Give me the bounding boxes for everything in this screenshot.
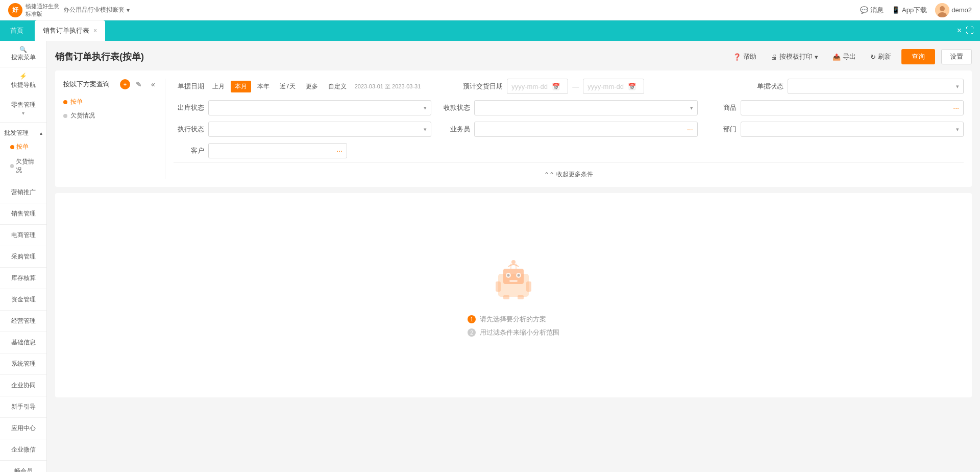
tab-close-window-btn[interactable]: × (957, 26, 962, 35)
tab-bar: 首页 销售订单执行表 × × ⛶ (0, 20, 980, 41)
print-icon: 🖨 (771, 53, 777, 61)
logo-icon: 好 (8, 3, 22, 17)
collapse-scheme-btn[interactable]: « (148, 79, 159, 90)
filter-group-date: 单据日期 上月 本月 本年 近7天 更多 自定义 2023-03-01 至 20… (174, 81, 455, 92)
filter-scheme-order[interactable]: 按单 (63, 95, 159, 109)
date-range-sep: — (572, 83, 579, 90)
svg-rect-11 (526, 281, 531, 292)
refresh-btn[interactable]: ↻ 刷新 (866, 50, 895, 63)
template-print-btn[interactable]: 🖨 按模板打印 ▾ (767, 50, 822, 63)
filter-group-customer: 客户 ··· (174, 143, 347, 158)
sidebar-sub-item-order[interactable]: 按单 (4, 139, 42, 154)
query-btn[interactable]: 查询 (901, 49, 935, 64)
filter-row-1: 单据日期 上月 本月 本年 近7天 更多 自定义 2023-03-01 至 20… (174, 79, 964, 94)
product-select[interactable]: ··· (741, 100, 964, 115)
sidebar-section-wholesale: 批发管理 ▴ 按单 欠货情况 (0, 123, 46, 182)
sidebar-item-wholesale[interactable]: 批发管理 ▴ (4, 127, 42, 139)
filter-scheme-overdue[interactable]: 欠货情况 (63, 109, 159, 123)
tab-active[interactable]: 销售订单执行表 × (35, 20, 105, 41)
sidebar-item-enterprise-wechat[interactable]: 企业微信 (0, 439, 46, 461)
breadcrumb-arrow-icon: ▾ (127, 7, 130, 14)
expected-date-start-input[interactable]: yyyy-mm-dd 📅 (507, 79, 568, 94)
date-tabs: 上月 本月 本年 近7天 更多 自定义 (208, 81, 351, 92)
sidebar-item-finance[interactable]: 资金管理 (0, 289, 46, 311)
wholesale-arrow-icon: ▴ (40, 130, 42, 136)
sidebar-item-marketing[interactable]: 营销推广 (0, 182, 46, 203)
date-tab-more[interactable]: 更多 (302, 81, 322, 92)
content-area: 销售订单执行表(按单) ❓ 帮助 🖨 按模板打印 ▾ 📤 导出 ↻ 刷新 (47, 41, 980, 472)
help-btn[interactable]: ❓ 帮助 (729, 50, 761, 63)
sidebar-item-basic-info[interactable]: 基础信息 (0, 332, 46, 353)
sidebar-item-system[interactable]: 系统管理 (0, 353, 46, 375)
sidebar-item-member[interactable]: 畅会员 (0, 461, 46, 472)
sidebar-item-search[interactable]: 🔍 搜索菜单 (0, 41, 46, 67)
sidebar-item-quick-nav[interactable]: ⚡ 快捷导航 (0, 67, 46, 95)
date-range-hint: 2023-03-01 至 2023-03-31 (355, 83, 421, 90)
export-btn[interactable]: 📤 导出 (828, 50, 860, 63)
user-name: demo2 (951, 6, 972, 14)
filter-panel-content: 按以下方案查询 + ✎ « 按单 欠货情况 (63, 79, 964, 179)
date-tab-last-month[interactable]: 上月 (208, 81, 229, 92)
tab-close-icon[interactable]: × (93, 27, 97, 34)
sidebar-item-enterprise-collab[interactable]: 企业协同 (0, 375, 46, 396)
doc-status-label: 单据状态 (753, 82, 783, 91)
salesperson-select[interactable]: ··· (474, 122, 697, 137)
sidebar-item-app-center[interactable]: 应用中心 (0, 418, 46, 439)
page-header: 销售订单执行表(按单) ❓ 帮助 🖨 按模板打印 ▾ 📤 导出 ↻ 刷新 (55, 49, 972, 64)
doc-status-select[interactable]: ▾ (788, 79, 964, 94)
date-tab-this-year[interactable]: 本年 (253, 81, 274, 92)
filter-group-salesperson: 业务员 ··· (439, 122, 697, 137)
settings-btn[interactable]: 设置 (941, 49, 972, 64)
edit-scheme-btn[interactable]: ✎ (133, 79, 144, 90)
doc-status-arrow-icon: ▾ (956, 83, 959, 90)
date-tab-last7[interactable]: 近7天 (276, 81, 300, 92)
filter-divider (174, 162, 964, 163)
department-arrow-icon: ▾ (956, 126, 959, 133)
svg-point-14 (511, 260, 516, 264)
sidebar-item-retail[interactable]: 零售管理 ▾ (0, 95, 46, 123)
collapse-btn[interactable]: ⌃⌃ 收起更多条件 (174, 167, 964, 179)
sidebar-item-operations[interactable]: 经营管理 (0, 311, 46, 332)
help-icon: ❓ (733, 53, 741, 61)
sidebar-item-purchase[interactable]: 采购管理 (0, 246, 46, 268)
app-download-btn[interactable]: 📱 App下载 (892, 6, 927, 15)
sidebar-item-inventory[interactable]: 库存核算 (0, 268, 46, 289)
filter-group-product: 商品 ··· (706, 100, 964, 115)
tip-num-2: 2 (468, 328, 476, 337)
delivery-status-select[interactable]: ▾ (208, 100, 431, 115)
exec-status-select[interactable]: ▾ (208, 122, 431, 137)
tab-fullscreen-btn[interactable]: ⛶ (966, 26, 974, 35)
delivery-status-label: 出库状态 (174, 103, 204, 112)
search-icon: 🔍 (19, 46, 27, 53)
filter-group-department: 部门 ▾ (706, 122, 964, 137)
filter-conditions: 单据日期 上月 本月 本年 近7天 更多 自定义 2023-03-01 至 20… (165, 79, 964, 179)
retail-arrow-icon: ▾ (22, 110, 24, 116)
empty-state: 1 请先选择要分析的方案 2 用过滤条件来缩小分析范围 (468, 213, 559, 378)
empty-tips: 1 请先选择要分析的方案 2 用过滤条件来缩小分析范围 (468, 315, 559, 337)
sidebar-item-sales[interactable]: 销售管理 (0, 203, 46, 225)
add-scheme-btn[interactable]: + (120, 79, 130, 89)
calendar-end-icon: 📅 (628, 83, 636, 90)
payment-arrow-icon: ▾ (690, 105, 693, 111)
top-header: 好 畅捷通好生意 标准版 办公用品行业模拟账套 ▾ 💬 消息 📱 App下载 (0, 0, 980, 20)
date-tab-this-month[interactable]: 本月 (231, 81, 251, 92)
delivery-arrow-icon: ▾ (424, 105, 427, 111)
payment-status-select[interactable]: ▾ (474, 100, 697, 115)
message-btn[interactable]: 💬 消息 (860, 6, 884, 15)
date-tab-custom[interactable]: 自定义 (324, 81, 351, 92)
main-layout: 🔍 搜索菜单 ⚡ 快捷导航 零售管理 ▾ 批发管理 ▴ 按单 欠货情况 (0, 41, 980, 472)
user-area[interactable]: demo2 (935, 3, 972, 17)
filter-group-doc-status: 单据状态 ▾ (753, 79, 964, 94)
customer-select[interactable]: ··· (208, 143, 347, 158)
department-select[interactable]: ▾ (741, 122, 964, 137)
sidebar-item-newbie[interactable]: 新手引导 (0, 396, 46, 418)
exec-status-label: 执行状态 (174, 125, 204, 134)
sidebar-sub-item-overdue[interactable]: 欠货情况 (4, 154, 42, 178)
expected-date-end-input[interactable]: yyyy-mm-dd 📅 (583, 79, 644, 94)
sidebar-item-ecommerce[interactable]: 电商管理 (0, 225, 46, 246)
breadcrumb[interactable]: 办公用品行业模拟账套 ▾ (63, 6, 130, 14)
filter-scheme-panel: 按以下方案查询 + ✎ « 按单 欠货情况 (63, 79, 165, 179)
customer-dots-icon: ··· (336, 147, 342, 155)
tab-home[interactable]: 首页 (0, 20, 34, 41)
date-label: 单据日期 (174, 82, 204, 91)
